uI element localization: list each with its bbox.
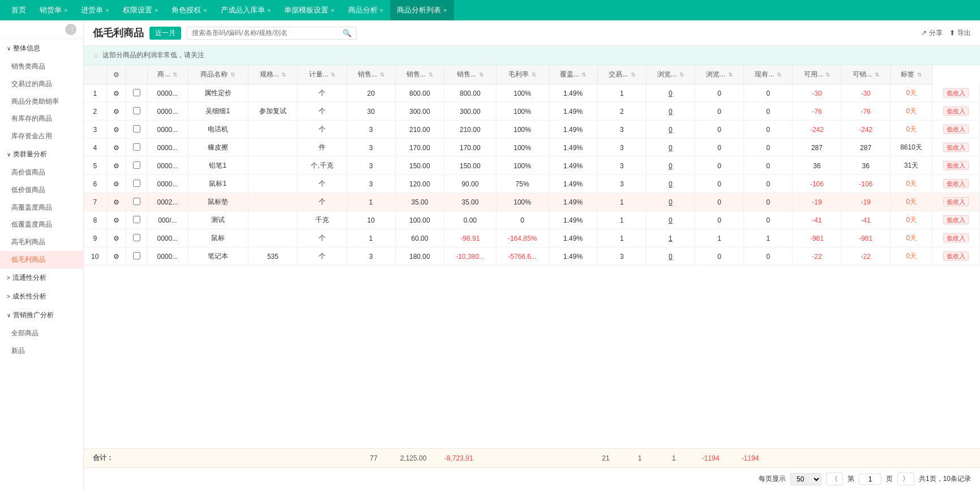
nav-item-进货单[interactable]: 进货单× [74, 0, 115, 20]
row-checkbox-input[interactable] [133, 198, 140, 205]
row-checkbox[interactable] [126, 175, 147, 193]
close-tab-icon[interactable]: × [64, 7, 67, 14]
trade-count[interactable]: 0 [646, 157, 695, 175]
prev-page-button[interactable]: 〈 [826, 472, 843, 485]
col-header-16[interactable]: 可销... ⇅ [841, 65, 890, 84]
col-header-9[interactable]: 毛利率 ⇅ [496, 65, 549, 84]
close-tab-icon[interactable]: × [443, 7, 447, 14]
col-header-11[interactable]: 交易... ⇅ [597, 65, 646, 84]
row-checkbox-input[interactable] [133, 107, 140, 114]
close-tab-icon[interactable]: × [267, 7, 271, 14]
nav-item-单据模板设置[interactable]: 单据模板设置× [277, 0, 341, 20]
row-checkbox-input[interactable] [133, 89, 140, 96]
export-button[interactable]: ⬆ 导出 [949, 28, 971, 38]
trade-count-link[interactable]: 0 [669, 162, 673, 170]
trade-count[interactable]: 0 [646, 103, 695, 121]
row-checkbox[interactable] [126, 84, 147, 103]
product-name[interactable]: 吴细细1 [188, 103, 248, 121]
product-name[interactable]: 笔记本 [188, 248, 248, 266]
row-checkbox-input[interactable] [133, 234, 140, 241]
sidebar-item-低价值商品[interactable]: 低价值商品 [0, 181, 83, 199]
search-input[interactable] [192, 29, 343, 37]
product-name[interactable]: 橡皮擦 [188, 139, 248, 157]
col-header-10[interactable]: 覆盖... ⇅ [549, 65, 597, 84]
sidebar-item-高价值商品[interactable]: 高价值商品 [0, 164, 83, 181]
row-checkbox-input[interactable] [133, 216, 140, 223]
trade-count-link[interactable]: 0 [669, 90, 673, 97]
row-checkbox[interactable] [126, 121, 147, 139]
row-settings-icon[interactable]: ⚙ [106, 121, 126, 139]
col-header-13[interactable]: 浏览... ⇅ [695, 65, 744, 84]
sidebar-group-类群量分析[interactable]: ∨类群量分析 [0, 145, 83, 164]
sidebar-item-新品[interactable]: 新品 [0, 342, 83, 360]
row-checkbox[interactable] [126, 211, 147, 229]
col-header-3[interactable]: 商品名称 ⇅ [188, 65, 248, 84]
sidebar-item-低毛利商品[interactable]: 低毛利商品 [0, 251, 83, 269]
nav-item-角色授权[interactable]: 角色授权× [165, 0, 213, 20]
col-header-6[interactable]: 销售... ⇅ [346, 65, 395, 84]
product-name[interactable]: 铅笔1 [188, 157, 248, 175]
col-header-17[interactable]: 标签 ⇅ [890, 65, 932, 84]
row-settings-icon[interactable]: ⚙ [106, 139, 126, 157]
trade-count[interactable]: 1 [646, 229, 695, 248]
trade-count-link[interactable]: 0 [669, 253, 673, 261]
sidebar-item-库存资金占用[interactable]: 库存资金占用 [0, 127, 83, 145]
trade-count-link[interactable]: 0 [669, 126, 673, 134]
trade-count-link[interactable]: 0 [669, 180, 673, 188]
row-checkbox-input[interactable] [133, 125, 140, 133]
trade-count-link[interactable]: 0 [669, 144, 673, 152]
product-name[interactable]: 属性定价 [188, 84, 248, 103]
row-settings-icon[interactable]: ⚙ [106, 229, 126, 248]
row-checkbox[interactable] [126, 103, 147, 121]
close-tab-icon[interactable]: × [105, 7, 109, 14]
nav-item-销货单[interactable]: 销货单× [33, 0, 74, 20]
sidebar-item-低覆盖度商品[interactable]: 低覆盖度商品 [0, 216, 83, 233]
col-header-2[interactable]: 商... ⇅ [147, 65, 188, 84]
close-tab-icon[interactable]: × [155, 7, 158, 14]
trade-count-link[interactable]: 1 [669, 235, 673, 242]
row-settings-icon[interactable]: ⚙ [106, 193, 126, 211]
nav-item-商品分析列表[interactable]: 商品分析列表× [390, 0, 453, 20]
row-settings-icon[interactable]: ⚙ [106, 103, 126, 121]
share-button[interactable]: ↗ 分享 [921, 28, 943, 38]
sidebar-item-交易过的商品[interactable]: 交易过的商品 [0, 75, 83, 93]
sidebar-group-营销推广分析[interactable]: ∨营销推广分析 [0, 306, 83, 325]
nav-item-商品分析[interactable]: 商品分析× [341, 0, 390, 20]
close-tab-icon[interactable]: × [203, 7, 207, 14]
product-name[interactable]: 测试 [188, 211, 248, 229]
sidebar-item-全部商品[interactable]: 全部商品 [0, 325, 83, 342]
sidebar-item-商品分类助销率[interactable]: 商品分类助销率 [0, 93, 83, 110]
product-name[interactable]: 鼠标 [188, 229, 248, 248]
next-page-button[interactable]: 〉 [897, 472, 914, 485]
trade-count[interactable]: 0 [646, 211, 695, 229]
col-header-12[interactable]: 浏览... ⇅ [646, 65, 695, 84]
sidebar-item-销售类商品[interactable]: 销售类商品 [0, 58, 83, 75]
collapse-sidebar-button[interactable]: 《 [65, 24, 76, 35]
col-header-4[interactable]: 规格... ⇅ [248, 65, 298, 84]
trade-count[interactable]: 0 [646, 175, 695, 193]
row-settings-icon[interactable]: ⚙ [106, 248, 126, 266]
page-input[interactable] [859, 474, 881, 485]
row-settings-icon[interactable]: ⚙ [106, 175, 126, 193]
row-settings-icon[interactable]: ⚙ [106, 84, 126, 103]
filter-period-button[interactable]: 近一月 [149, 27, 181, 40]
col-header-7[interactable]: 销售... ⇅ [395, 65, 444, 84]
trade-count[interactable]: 0 [646, 193, 695, 211]
sidebar-item-高覆盖度商品[interactable]: 高覆盖度商品 [0, 199, 83, 216]
row-settings-icon[interactable]: ⚙ [106, 211, 126, 229]
trade-count-link[interactable]: 0 [669, 198, 673, 206]
product-name[interactable]: 鼠标1 [188, 175, 248, 193]
product-name[interactable]: 鼠标垫 [188, 193, 248, 211]
trade-count[interactable]: 0 [646, 84, 695, 103]
col-header-8[interactable]: 销售... ⇅ [444, 65, 496, 84]
col-header-14[interactable]: 现有... ⇅ [744, 65, 793, 84]
nav-item-权限设置[interactable]: 权限设置× [116, 0, 165, 20]
row-checkbox[interactable] [126, 229, 147, 248]
row-checkbox[interactable] [126, 248, 147, 266]
row-checkbox-input[interactable] [133, 180, 140, 187]
sidebar-item-高毛利商品[interactable]: 高毛利商品 [0, 233, 83, 251]
nav-item-首页[interactable]: 首页 [5, 0, 33, 20]
product-name[interactable]: 电话机 [188, 121, 248, 139]
col-header-15[interactable]: 可用... ⇅ [793, 65, 841, 84]
sidebar-group-流通性分析[interactable]: >流通性分析 [0, 269, 83, 287]
